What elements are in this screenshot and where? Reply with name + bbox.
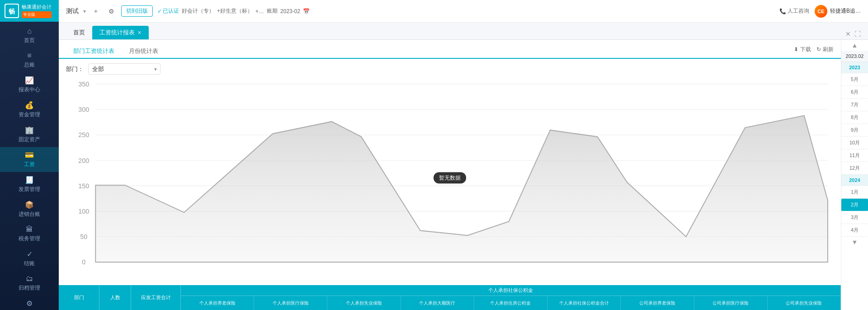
- date-nav-down[interactable]: ▼: [841, 237, 868, 248]
- th-personal-sub-headers: 个人承担养老保险 个人承担医疗保险 个人承担失业保险 个人承担大额医疗 个人承担…: [181, 296, 840, 310]
- topbar-title: 测试: [66, 7, 79, 15]
- svg-text:250: 250: [78, 131, 89, 138]
- logo-icon: 畅: [5, 4, 19, 18]
- expand-panel-button[interactable]: ⛶: [854, 30, 861, 38]
- content-area: 部门工资统计表 月份统计表 ⬇ 下载 ↻ 刷新 部门：: [59, 40, 868, 310]
- svg-text:100: 100: [78, 208, 89, 215]
- th-sub-6: 公司承担养老保险: [621, 296, 694, 310]
- date-panel-header: 2023.02: [841, 51, 868, 62]
- user-name: 轻捷通B追…: [830, 7, 861, 15]
- ledger-icon: ≡: [27, 52, 31, 60]
- archive-icon: 🗂: [26, 275, 33, 283]
- date-item-2024-4[interactable]: 4月: [841, 224, 868, 237]
- user-menu[interactable]: CE 轻捷通B追…: [815, 5, 861, 18]
- th-headcount: 人数: [99, 285, 131, 310]
- year-2024-label: 2024: [841, 175, 868, 186]
- help-button[interactable]: 📞 人工咨询: [779, 7, 809, 15]
- refresh-icon: ↻: [816, 46, 821, 52]
- date-item-12[interactable]: 12月: [841, 162, 868, 175]
- main-area: 测试 ▾ ＋ ⚙ 切到旧版 ✓ 已认证 好会计（专） +好生意（标） +… 账期…: [59, 0, 868, 310]
- date-item-6[interactable]: 6月: [841, 86, 868, 99]
- date-item-5[interactable]: 5月: [841, 73, 868, 86]
- filter-select-wrap: 全部: [88, 63, 160, 75]
- th-salary-total: 应发工资合计: [131, 285, 181, 310]
- tab-home[interactable]: 首页: [66, 26, 92, 39]
- tab-close-button[interactable]: ✕: [137, 30, 142, 36]
- topbar-settings-button[interactable]: ⚙: [106, 6, 117, 17]
- close-panel-button[interactable]: ✕: [845, 30, 851, 38]
- sales-icon: 📦: [25, 200, 34, 209]
- salary-icon: 💳: [25, 151, 34, 159]
- date-item-2024-2[interactable]: 2月: [841, 199, 868, 211]
- avatar: CE: [815, 5, 827, 18]
- sidebar-item-label: 税务管理: [19, 235, 40, 243]
- sidebar-item-label: 固定资产: [19, 136, 40, 143]
- th-sub-8: 公司承担失业保险: [768, 296, 840, 310]
- date-item-10[interactable]: 10月: [841, 137, 868, 149]
- svg-text:0: 0: [82, 258, 85, 266]
- th-personal-social-insurance-label: 个人承担社保公积金: [181, 285, 840, 296]
- th-sub-1: 个人承担医疗保险: [254, 296, 327, 310]
- certified-icon: ✓: [157, 8, 162, 14]
- sub-toolbar: ⬇ 下载 ↻ 刷新: [794, 46, 834, 57]
- date-item-2024-3[interactable]: 3月: [841, 211, 868, 224]
- tax-icon: 🏛: [26, 225, 33, 234]
- sidebar-item-label: 归档管理: [19, 284, 40, 292]
- year-2023-label: 2023: [841, 62, 868, 73]
- calendar-icon[interactable]: 📅: [303, 8, 310, 14]
- date-item-2024-1[interactable]: 1月: [841, 186, 868, 199]
- date-item-11[interactable]: 11月: [841, 149, 868, 162]
- refresh-button[interactable]: ↻ 刷新: [816, 46, 834, 53]
- date-item-9[interactable]: 9月: [841, 124, 868, 137]
- sidebar-item-report[interactable]: 📈 报表中心: [0, 72, 59, 97]
- report-icon: 📈: [25, 76, 34, 85]
- tabbar: 首页 工资统计报表 ✕ ✕ ⛶: [59, 23, 868, 40]
- sidebar-item-archive[interactable]: 🗂 归档管理: [0, 271, 59, 296]
- certified-badge: ✓ 已认证: [157, 7, 179, 15]
- sidebar-item-assets[interactable]: 🏢 固定资产: [0, 122, 59, 147]
- sidebar-item-fund[interactable]: 💰 资金管理: [0, 97, 59, 122]
- dept-filter-select[interactable]: 全部: [88, 63, 160, 75]
- svg-text:300: 300: [78, 106, 89, 113]
- th-sub-7: 公司承担医疗保险: [694, 296, 768, 310]
- svg-text:150: 150: [78, 182, 89, 190]
- sidebar-item-invoice[interactable]: 🧾 发票管理: [0, 172, 59, 197]
- assets-icon: 🏢: [25, 126, 34, 134]
- sidebar-item-label: 报表中心: [19, 86, 40, 94]
- svg-text:350: 350: [78, 81, 89, 88]
- date-item-8[interactable]: 8月: [841, 111, 868, 124]
- topbar: 测试 ▾ ＋ ⚙ 切到旧版 ✓ 已认证 好会计（专） +好生意（标） +… 账期…: [59, 0, 868, 23]
- chart-area: 350 300 250 200 150 100 50 0: [59, 79, 841, 285]
- svg-text:50: 50: [80, 233, 87, 240]
- date-item-7[interactable]: 7月: [841, 99, 868, 111]
- sidebar-logo: 畅 畅康通好会计 专业版: [0, 0, 59, 22]
- sidebar: 畅 畅康通好会计 专业版 ⌂ 首页 ≡ 总账 📈 报表中心 💰 资金管理 🏢 固…: [0, 0, 59, 310]
- period-label: 账期: [267, 7, 278, 15]
- good-accounting-badge: 好会计（专）: [182, 7, 214, 15]
- sub-tab-month[interactable]: 月份统计表: [122, 44, 165, 59]
- sidebar-item-ledger[interactable]: ≡ 总账: [0, 48, 59, 72]
- sidebar-item-label: 资金管理: [19, 111, 40, 119]
- topbar-dropdown-arrow[interactable]: ▾: [83, 8, 86, 14]
- sub-tab-dept[interactable]: 部门工资统计表: [66, 44, 122, 59]
- settings-icon: ⚙: [26, 299, 33, 308]
- sidebar-item-home[interactable]: ⌂ 首页: [0, 24, 59, 48]
- tab-salary-report[interactable]: 工资统计报表 ✕: [92, 26, 149, 39]
- main-content: 部门工资统计表 月份统计表 ⬇ 下载 ↻ 刷新 部门：: [59, 40, 841, 310]
- sidebar-item-settle[interactable]: ✓ 结账: [0, 246, 59, 271]
- logo-text: 畅康通好会计: [22, 4, 52, 10]
- sidebar-item-label: 总账: [24, 61, 35, 69]
- th-sub-4: 个人承担住房公积金: [474, 296, 547, 310]
- topbar-right: 📞 人工咨询 CE 轻捷通B追…: [779, 5, 861, 18]
- topbar-add-button[interactable]: ＋: [90, 6, 101, 17]
- th-sub-3: 个人承担大额医疗: [401, 296, 474, 310]
- sidebar-item-tax[interactable]: 🏛 税务管理: [0, 222, 59, 246]
- sidebar-item-salary[interactable]: 💳 工资: [0, 147, 59, 172]
- fund-icon: 💰: [25, 101, 34, 110]
- date-nav-up[interactable]: ▲: [841, 40, 868, 51]
- download-button[interactable]: ⬇ 下载: [794, 46, 811, 53]
- switch-old-version-button[interactable]: 切到旧版: [121, 5, 153, 17]
- sidebar-item-settings[interactable]: ⚙ 设置: [0, 296, 59, 310]
- sidebar-item-sales[interactable]: 📦 进销台账: [0, 197, 59, 222]
- logo-badge: 专业版: [22, 11, 52, 18]
